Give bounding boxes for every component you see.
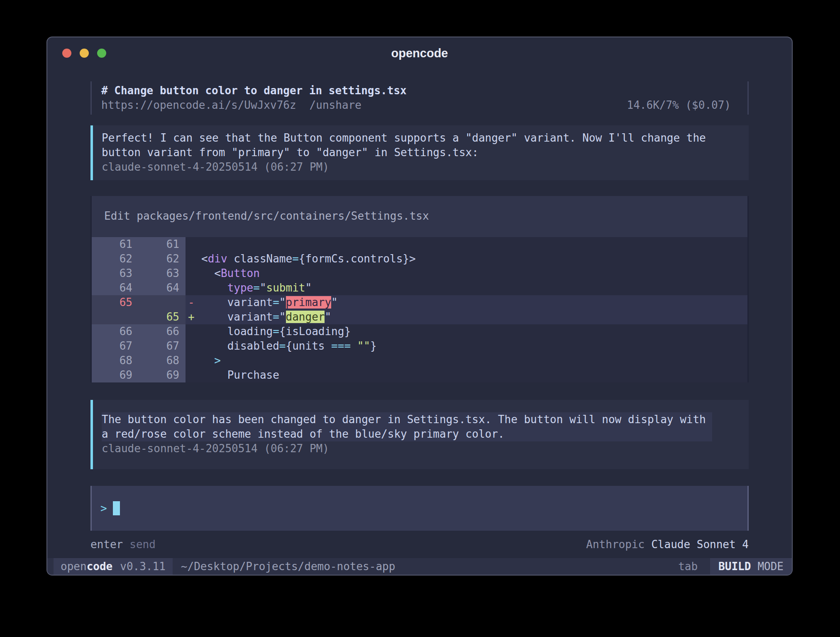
code-line: <div className={formCs.controls}> bbox=[200, 252, 747, 266]
new-line-number: 68 bbox=[139, 353, 186, 368]
mode-indicator[interactable]: BUILDMODE bbox=[710, 558, 792, 575]
diff-panel: Edit packages/frontend/src/containers/Se… bbox=[90, 196, 749, 382]
tab-key-hint[interactable]: tab bbox=[678, 558, 698, 575]
diff-marker bbox=[186, 368, 200, 382]
diff-rows: 61 61 62 62 <div className={formCs.contr… bbox=[92, 237, 747, 382]
diff-marker bbox=[186, 252, 200, 266]
diff-row: 68 68 > bbox=[92, 353, 747, 368]
send-hint: entersend bbox=[90, 537, 156, 552]
diff-marker bbox=[186, 281, 200, 295]
old-line-number: 65 bbox=[92, 295, 139, 310]
session-header: # Change button color to danger in setti… bbox=[90, 81, 749, 115]
app-name-prefix: open bbox=[61, 560, 87, 573]
model-label: Claude Sonnet 4 bbox=[651, 538, 749, 551]
code-line: loading={isLoading} bbox=[200, 324, 747, 339]
diff-row: 63 63 <Button bbox=[92, 266, 747, 281]
new-line-number: 62 bbox=[139, 252, 186, 266]
new-line-number: 65 bbox=[139, 310, 186, 324]
code-line: type="submit" bbox=[200, 281, 747, 295]
diff-row: 65 + variant="danger" bbox=[92, 310, 747, 324]
assistant-message: The button color has been changed to dan… bbox=[90, 400, 749, 469]
new-line-number: 61 bbox=[139, 237, 186, 252]
diff-title: Edit packages/frontend/src/containers/Se… bbox=[92, 196, 747, 237]
old-line-number: 64 bbox=[92, 281, 139, 295]
diff-marker bbox=[186, 324, 200, 339]
new-line-number: 64 bbox=[139, 281, 186, 295]
new-line-number: 69 bbox=[139, 368, 186, 382]
diff-row: 61 61 bbox=[92, 237, 747, 252]
hints-row: entersend AnthropicClaude Sonnet 4 bbox=[90, 537, 749, 552]
context-stats: 14.6K/7% ($0.07) bbox=[627, 98, 731, 113]
diff-marker bbox=[186, 237, 200, 252]
diff-row: 64 64 type="submit" bbox=[92, 281, 747, 295]
diff-row: 66 66 loading={isLoading} bbox=[92, 324, 747, 339]
assistant-message: Perfect! I can see that the Button compo… bbox=[90, 125, 749, 180]
app-version: v0.3.11 bbox=[120, 560, 166, 573]
message-text: The button color has been changed to dan… bbox=[102, 412, 712, 441]
app-window: opencode # Change button color to danger… bbox=[46, 37, 793, 576]
code-line bbox=[200, 237, 747, 252]
diff-row: 65 - variant="primary" bbox=[92, 295, 747, 310]
new-line-number: 66 bbox=[139, 324, 186, 339]
message-meta: claude-sonnet-4-20250514 (06:27 PM) bbox=[102, 160, 738, 174]
diff-marker: - bbox=[186, 295, 200, 310]
old-line-number: 62 bbox=[92, 252, 139, 266]
new-line-number: 67 bbox=[139, 339, 186, 353]
old-line-number: 61 bbox=[92, 237, 139, 252]
diff-row: 62 62 <div className={formCs.controls}> bbox=[92, 252, 747, 266]
zoom-button[interactable] bbox=[97, 49, 106, 58]
send-label: send bbox=[129, 538, 156, 551]
code-line: disabled={units === ""} bbox=[200, 339, 747, 353]
close-button[interactable] bbox=[62, 49, 71, 58]
model-indicator: AnthropicClaude Sonnet 4 bbox=[586, 537, 749, 552]
new-line-number: 63 bbox=[139, 266, 186, 281]
share-line: https://opencode.ai/s/UwJxv76z/unshare bbox=[101, 98, 361, 113]
traffic-lights bbox=[62, 49, 106, 58]
diff-row: 67 67 disabled={units === ""} bbox=[92, 339, 747, 353]
mode-suffix: MODE bbox=[757, 560, 784, 573]
session-title: # Change button color to danger in setti… bbox=[101, 83, 731, 98]
titlebar: opencode bbox=[47, 37, 792, 69]
status-bar: opencodev0.3.11 ~/Desktop/Projects/demo-… bbox=[47, 558, 792, 575]
prompt-input[interactable]: > bbox=[90, 486, 749, 531]
working-directory: ~/Desktop/Projects/demo-notes-app bbox=[181, 558, 396, 575]
code-line: <Button bbox=[200, 266, 747, 281]
diff-marker bbox=[186, 339, 200, 353]
old-line-number: 69 bbox=[92, 368, 139, 382]
mode-name: BUILD bbox=[718, 560, 751, 573]
new-line-number bbox=[139, 295, 186, 310]
old-line-number: 63 bbox=[92, 266, 139, 281]
message-text: Perfect! I can see that the Button compo… bbox=[102, 131, 712, 160]
code-line: > bbox=[200, 353, 747, 368]
old-line-number: 67 bbox=[92, 339, 139, 353]
diff-marker: + bbox=[186, 310, 200, 324]
code-line: variant="danger" bbox=[200, 310, 747, 324]
code-line: Purchase bbox=[200, 368, 747, 382]
diff-marker bbox=[186, 353, 200, 368]
diff-marker bbox=[186, 266, 200, 281]
old-line-number bbox=[92, 310, 139, 324]
provider-label: Anthropic bbox=[586, 538, 645, 551]
enter-key-hint: enter bbox=[90, 538, 123, 551]
old-line-number: 66 bbox=[92, 324, 139, 339]
app-version-chip: opencodev0.3.11 bbox=[54, 558, 173, 575]
minimize-button[interactable] bbox=[80, 49, 89, 58]
code-line: variant="primary" bbox=[200, 295, 747, 310]
text-cursor bbox=[113, 501, 120, 515]
message-meta: claude-sonnet-4-20250514 (06:27 PM) bbox=[102, 441, 738, 456]
app-name-suffix: code bbox=[87, 560, 113, 573]
unshare-command[interactable]: /unshare bbox=[310, 99, 361, 111]
old-line-number: 68 bbox=[92, 353, 139, 368]
diff-row: 69 69 Purchase bbox=[92, 368, 747, 382]
prompt-symbol: > bbox=[100, 501, 107, 516]
window-title: opencode bbox=[391, 47, 448, 60]
share-url[interactable]: https://opencode.ai/s/UwJxv76z bbox=[101, 99, 296, 111]
